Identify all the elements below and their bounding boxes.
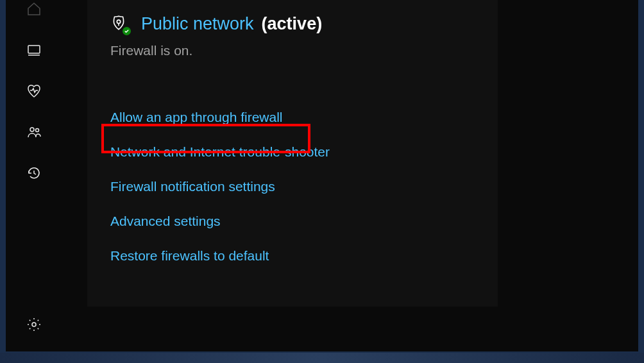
home-icon[interactable]: [19, 0, 49, 24]
svg-point-3: [35, 129, 38, 132]
svg-point-5: [117, 20, 120, 23]
monitor-icon[interactable]: [19, 35, 49, 65]
public-network-link[interactable]: Public network: [141, 14, 254, 34]
svg-point-4: [32, 323, 36, 326]
firewall-links: Allow an app through firewall Network an…: [110, 110, 475, 264]
network-troubleshooter-link[interactable]: Network and Internet trouble-shooter: [110, 144, 330, 160]
firewall-status-text: Firewall is on.: [110, 43, 475, 58]
shield-check-icon: [110, 15, 130, 34]
main-content: Public network (active) Firewall is on. …: [62, 0, 638, 351]
security-window: Public network (active) Firewall is on. …: [6, 0, 638, 351]
allow-app-through-firewall-link[interactable]: Allow an app through firewall: [110, 110, 283, 125]
svg-rect-0: [28, 46, 40, 53]
history-icon[interactable]: [19, 158, 49, 189]
firewall-card: Public network (active) Firewall is on. …: [87, 0, 498, 307]
restore-firewalls-default-link[interactable]: Restore firewalls to default: [110, 248, 269, 264]
sidebar: [6, 0, 62, 351]
advanced-settings-link[interactable]: Advanced settings: [110, 214, 221, 229]
heart-rate-icon[interactable]: [19, 76, 49, 106]
svg-point-2: [30, 128, 34, 131]
people-icon[interactable]: [19, 117, 49, 148]
taskbar-background: [0, 353, 644, 363]
settings-icon[interactable]: [19, 309, 49, 340]
network-active-label: (active): [262, 14, 323, 34]
firewall-notification-settings-link[interactable]: Firewall notification settings: [110, 179, 275, 194]
network-header: Public network (active): [110, 14, 475, 34]
